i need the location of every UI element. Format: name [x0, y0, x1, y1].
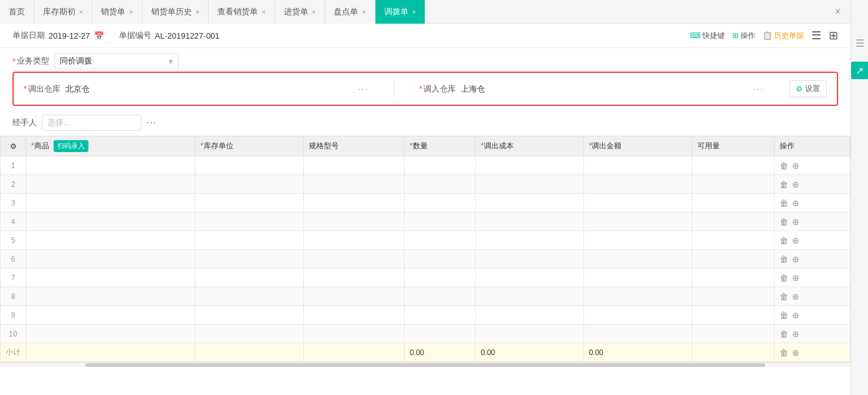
calendar-icon[interactable]: 📅 — [94, 31, 104, 40]
cell-quantity-7[interactable] — [404, 269, 475, 287]
cell-quantity-11[interactable]: 0.00 — [404, 343, 475, 362]
copy-row-1[interactable]: ⊕ — [792, 161, 800, 171]
business-type-select[interactable]: 同价调拨 ▾ — [54, 53, 179, 69]
cell-quantity-2[interactable] — [404, 175, 475, 194]
cell-amount-5[interactable] — [583, 231, 692, 250]
cell-product-10[interactable] — [26, 325, 196, 343]
delete-row-2[interactable]: 🗑 — [780, 179, 788, 189]
cell-quantity-6[interactable] — [404, 250, 475, 269]
cell-unit-10[interactable] — [195, 325, 303, 343]
cell-amount-3[interactable] — [583, 194, 692, 212]
cell-unit-1[interactable] — [195, 156, 303, 175]
cell-product-2[interactable] — [26, 175, 196, 194]
cell-quantity-9[interactable] — [404, 306, 475, 325]
tab-inventory-init[interactable]: 库存期初 × — [34, 0, 92, 24]
cell-quantity-4[interactable] — [404, 212, 475, 231]
cell-available-10[interactable] — [692, 325, 774, 343]
tab-transfer-order[interactable]: 调拨单 × — [375, 0, 425, 24]
close-transfer-order[interactable]: × — [412, 8, 416, 16]
delete-row-4[interactable]: 🗑 — [780, 217, 788, 227]
cell-unit-4[interactable] — [195, 212, 303, 231]
sidebar-export-icon[interactable]: ↗ — [851, 62, 869, 79]
out-warehouse-value[interactable]: 北京仓 — [65, 83, 353, 95]
copy-row-6[interactable]: ⊕ — [792, 254, 800, 264]
delete-row-3[interactable]: 🗑 — [780, 198, 788, 208]
cell-cost-5[interactable] — [475, 231, 583, 250]
cell-available-5[interactable] — [692, 231, 774, 250]
sidebar-list-icon[interactable]: ☰ — [856, 37, 864, 49]
cell-spec-7[interactable] — [303, 269, 404, 287]
cell-product-9[interactable] — [26, 306, 196, 325]
cell-spec-6[interactable] — [303, 250, 404, 269]
cell-cost-2[interactable] — [475, 175, 583, 194]
cell-unit-11[interactable] — [195, 343, 303, 362]
cell-amount-8[interactable] — [583, 287, 692, 306]
cell-cost-6[interactable] — [475, 250, 583, 269]
copy-row-8[interactable]: ⊕ — [792, 292, 800, 302]
cell-unit-8[interactable] — [195, 287, 303, 306]
in-warehouse-more[interactable]: ··· — [753, 84, 764, 93]
cell-spec-8[interactable] — [303, 287, 404, 306]
cell-spec-10[interactable] — [303, 325, 404, 343]
cell-available-8[interactable] — [692, 287, 774, 306]
cell-product-8[interactable] — [26, 287, 196, 306]
tab-view-sales[interactable]: 查看销货单 × — [209, 0, 275, 24]
cell-quantity-8[interactable] — [404, 287, 475, 306]
cell-product-6[interactable] — [26, 250, 196, 269]
close-purchase-order[interactable]: × — [312, 8, 316, 16]
tab-sales-history[interactable]: 销货单历史 × — [143, 0, 209, 24]
col-gear[interactable]: ⚙ — [1, 136, 26, 156]
handler-select[interactable]: 选择... — [42, 115, 141, 131]
cell-amount-2[interactable] — [583, 175, 692, 194]
cell-product-1[interactable] — [26, 156, 196, 175]
cell-unit-9[interactable] — [195, 306, 303, 325]
cell-quantity-5[interactable] — [404, 231, 475, 250]
date-value[interactable]: 2019-12-27 — [49, 31, 90, 40]
cell-unit-2[interactable] — [195, 175, 303, 194]
cell-amount-1[interactable] — [583, 156, 692, 175]
cell-available-9[interactable] — [692, 306, 774, 325]
scan-entry-button[interactable]: 扫码录入 — [54, 140, 88, 152]
close-sales-history[interactable]: × — [196, 8, 199, 16]
cell-product-11[interactable] — [26, 343, 196, 362]
cell-spec-9[interactable] — [303, 306, 404, 325]
delete-row-7[interactable]: 🗑 — [780, 273, 788, 283]
tab-sales-order[interactable]: 销货单 × — [92, 0, 142, 24]
cell-available-1[interactable] — [692, 156, 774, 175]
cell-unit-7[interactable] — [195, 269, 303, 287]
cell-available-3[interactable] — [692, 194, 774, 212]
cell-unit-6[interactable] — [195, 250, 303, 269]
delete-row-9[interactable]: 🗑 — [780, 310, 788, 320]
cell-amount-10[interactable] — [583, 325, 692, 343]
delete-row-6[interactable]: 🗑 — [780, 254, 788, 264]
in-warehouse-value[interactable]: 上海仓 — [461, 83, 748, 95]
delete-row-1[interactable]: 🗑 — [780, 161, 788, 171]
tab-inventory-count[interactable]: 盘点单 × — [325, 0, 375, 24]
cell-quantity-1[interactable] — [404, 156, 475, 175]
cell-available-7[interactable] — [692, 269, 774, 287]
copy-row-9[interactable]: ⊕ — [792, 310, 800, 320]
close-inventory-count[interactable]: × — [362, 8, 366, 16]
gear-icon[interactable]: ⚙ — [10, 142, 17, 151]
cell-quantity-10[interactable] — [404, 325, 475, 343]
delete-row-10[interactable]: 🗑 — [780, 329, 788, 339]
window-close-button[interactable]: × — [825, 6, 851, 17]
cell-spec-2[interactable] — [303, 175, 404, 194]
cell-amount-4[interactable] — [583, 212, 692, 231]
cell-quantity-3[interactable] — [404, 194, 475, 212]
cell-cost-1[interactable] — [475, 156, 583, 175]
copy-row-3[interactable]: ⊕ — [792, 198, 800, 208]
copy-row-11[interactable]: ⊕ — [792, 348, 800, 358]
tab-home[interactable]: 首页 — [0, 0, 34, 24]
copy-row-7[interactable]: ⊕ — [792, 273, 800, 283]
cell-product-5[interactable] — [26, 231, 196, 250]
cell-unit-5[interactable] — [195, 231, 303, 250]
handler-more[interactable]: ··· — [146, 117, 156, 128]
cell-cost-11[interactable]: 0.00 — [475, 343, 583, 362]
cell-cost-7[interactable] — [475, 269, 583, 287]
cell-spec-1[interactable] — [303, 156, 404, 175]
view-toggle-list[interactable]: ☰ — [811, 29, 821, 42]
delete-row-5[interactable]: 🗑 — [780, 236, 788, 245]
history-button[interactable]: 📋 历史单据 — [763, 31, 804, 41]
copy-row-5[interactable]: ⊕ — [792, 236, 800, 245]
